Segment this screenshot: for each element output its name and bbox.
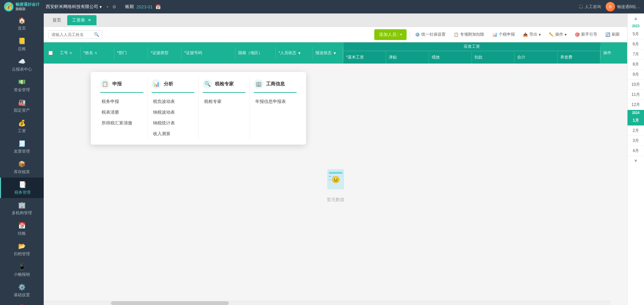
sidebar-item-fund[interactable]: 💵 资金管理 [0, 75, 44, 96]
cal-month-apr[interactable]: 4月 [628, 146, 644, 156]
calendar-icon[interactable]: 📅 [155, 4, 161, 9]
cal-month-jun[interactable]: 6月 [628, 39, 644, 49]
refresh-label: 刷新 [612, 32, 620, 37]
cal-month-mar[interactable]: 3月 [628, 136, 644, 146]
service-btn[interactable]: 🎧 人工咨询 [578, 4, 601, 10]
tax-declare-btn[interactable]: 📊 个税申报 [490, 30, 518, 39]
shenb-title: 申报 [112, 81, 122, 87]
refresh-icon: 🔄 [605, 32, 610, 37]
sidebar-item-home[interactable]: 🏠 首页 [0, 13, 44, 34]
th-region: 国籍（地区） [235, 47, 276, 59]
filter-icon-status[interactable]: ▼ [298, 51, 301, 55]
cal-month-jul[interactable]: 7月 [628, 49, 644, 60]
top-bar: 💰 畅捷通好会计 旗舰版 西安虾米网络科技有限公司 ▾ ＋ ⚙ 账期 2023-… [0, 0, 644, 13]
shuijian-icon: 🔍 [203, 79, 212, 89]
menu-item-tax-table[interactable]: 税表清册 [100, 107, 143, 118]
avatar: B [606, 2, 615, 11]
tax-icon: 📑 [19, 181, 26, 188]
sidebar-item-close[interactable]: 📅 结账 [0, 219, 44, 239]
cal-prev-btn[interactable]: ▲ [628, 13, 644, 23]
sidebar-item-guide[interactable]: 🎯 新手引导 [0, 301, 44, 305]
menu-item-tax-wave[interactable]: 纳税波动表 [152, 107, 194, 118]
add-person-button[interactable]: 添加人员 ▾ [374, 29, 407, 40]
cal-month-oct[interactable]: 10月 [628, 80, 644, 90]
sidebar-item-multi[interactable]: 🏢 多机构管理 [0, 198, 44, 219]
menu-item-tax-burden[interactable]: 税负波动表 [152, 96, 194, 107]
menu-section-header-gongshang: 🏢 工商信息 [254, 77, 297, 93]
cal-month-dec[interactable]: 12月 [628, 100, 644, 110]
guide-icon2: 🎯 [575, 32, 580, 37]
company-selector[interactable]: 西安虾米网络科技有限公司 ▾ ＋ ⚙ [46, 4, 116, 10]
add-company-btn[interactable]: ＋ [105, 4, 110, 10]
sidebar-item-cloud[interactable]: ☁️ 云报表中心 [0, 54, 44, 75]
menu-section-gongshang: 🏢 工商信息 年报信息申报表 [250, 77, 301, 139]
table-container: 工号 ⇅ *姓名 ⇅ *部门 *证据类型 *证据号码 国籍（地区） [44, 42, 627, 305]
period-selector[interactable]: 账期 2023-01 📅 [125, 4, 161, 10]
th-dept-label: *部门 [117, 50, 127, 56]
tab-close-btn[interactable]: ✕ [87, 18, 92, 23]
th-perf-label: 绩效 [432, 54, 440, 60]
group-header-label: 应发工资 [343, 42, 600, 51]
sidebar-item-settings[interactable]: ⚙️ 基础设置 [0, 280, 44, 301]
tab-home[interactable]: 首页 [48, 15, 66, 25]
no-data-text: 暂无数据 [327, 197, 344, 203]
gongshang-title: 工商信息 [266, 81, 285, 87]
sidebar-item-stock[interactable]: 📦 库存核算 [0, 157, 44, 178]
menu-item-income-est[interactable]: 收入测算 [152, 128, 194, 139]
menu-item-tax-settle[interactable]: 所得税汇算清缴 [100, 118, 143, 128]
menu-item-tax-expert[interactable]: 税检专家 [203, 96, 245, 107]
th-pension: 养老费 [558, 51, 600, 64]
filter-icon-send[interactable]: ▼ [333, 51, 337, 55]
export-btn[interactable]: 📤 导出 ▾ [520, 30, 543, 39]
bottom-scrollbar[interactable] [44, 301, 610, 305]
cal-month-nov[interactable]: 11月 [628, 90, 644, 100]
cal-month-may[interactable]: 5月 [628, 29, 644, 39]
search-box[interactable]: 🔍 [48, 30, 102, 39]
sidebar-label-salary: 工资 [18, 128, 26, 134]
menu-item-annual-report[interactable]: 年报信息申报表 [254, 96, 297, 107]
cal-next-btn[interactable]: ▼ [628, 156, 644, 165]
cal-month-sep[interactable]: 9月 [628, 70, 644, 80]
operate-icon: ✏️ [549, 32, 554, 37]
sidebar-item-invoice[interactable]: 🧾 发票管理 [0, 137, 44, 157]
tab-salary-table[interactable]: 工资表 ✕ [67, 15, 97, 25]
cloud-icon: ☁️ [18, 58, 26, 65]
th-region-label: 国籍（地区） [238, 50, 262, 56]
sidebar-label-xiaochang: 小畅报销 [14, 272, 30, 277]
cal-year-2023: 2023 [631, 23, 640, 29]
cal-month-jan[interactable]: 1月 [628, 116, 644, 126]
sort-icon-name[interactable]: ⇅ [94, 51, 97, 55]
operate-chevron: ▾ [565, 32, 567, 37]
special-deduct-btn[interactable]: 📋 专项附加扣除 [451, 30, 487, 39]
select-all-checkbox[interactable] [48, 51, 53, 55]
menu-item-tax-stat[interactable]: 纳税统计表 [152, 118, 194, 128]
refresh-btn[interactable]: 🔄 刷新 [603, 30, 622, 39]
search-input[interactable] [51, 32, 92, 37]
th-group-yingfa: 应发工资 *基本工资 津贴 绩效 扣款 [343, 42, 600, 64]
sidebar-item-xiaochang[interactable]: 📱 小畅报销 [0, 260, 44, 280]
user-menu[interactable]: B 畅捷通B组… [606, 2, 640, 11]
th-sendflag-label: 报送状态 [315, 50, 332, 56]
sidebar-item-fixed[interactable]: 🏭 固定资产 [0, 96, 44, 116]
cal-month-feb[interactable]: 2月 [628, 126, 644, 136]
settings-icon[interactable]: ⚙ [112, 4, 116, 9]
cal-month-aug[interactable]: 8月 [628, 60, 644, 70]
social-icon: ⚙️ [415, 32, 420, 37]
menu-item-tax-declare[interactable]: 税务申报 [100, 96, 143, 107]
shenb-icon: 📋 [100, 79, 110, 89]
sidebar-label-home: 首页 [18, 26, 26, 31]
company-dropdown-icon[interactable]: ▾ [100, 4, 102, 9]
operate-btn[interactable]: ✏️ 操作 ▾ [546, 30, 569, 39]
add-chevron-icon[interactable]: ▾ [398, 33, 402, 36]
sort-icon-id[interactable]: ⇅ [69, 51, 72, 55]
ledger-icon: 📒 [18, 37, 26, 45]
th-check[interactable] [44, 51, 57, 55]
sidebar-item-ledger[interactable]: 📒 总账 [0, 34, 44, 54]
social-insurance-btn[interactable]: ⚙️ 统一社保设置 [412, 30, 448, 39]
sidebar-item-salary[interactable]: 💰 工资 [0, 116, 44, 137]
export-icon: 📤 [523, 32, 528, 37]
sidebar-item-archive[interactable]: 📂 归档管理 [0, 239, 44, 260]
logo-icon: 💰 [4, 2, 13, 11]
guide-btn[interactable]: 🎯 新手引导 [572, 30, 600, 39]
sidebar-item-tax[interactable]: 📑 税务管理 [0, 178, 44, 198]
